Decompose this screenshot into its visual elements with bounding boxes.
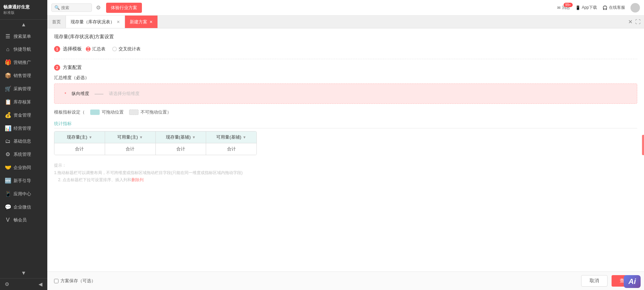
right-scroll-hint <box>642 135 644 155</box>
step1-section: 1 选择模板 汇总表 交叉统计表 <box>54 46 637 52</box>
search-box[interactable]: 🔍 <box>51 3 92 12</box>
sidebar-item-system[interactable]: ⚙ 系统管理 <box>0 148 47 161</box>
sidebar-nav: ☰ 搜索菜单 ⌂ 快捷导航 🎁 营销推广 📦 销售管理 🛒 采购管理 📋 库存核… <box>0 30 47 268</box>
sidebar-scroll-down[interactable]: ▼ <box>0 268 47 278</box>
step2-title: 方案配置 <box>63 65 82 71</box>
body-cell-0: 合计 <box>54 143 105 155</box>
col-available-aux-chevron: ▼ <box>243 135 246 139</box>
tab-inventory-close[interactable]: ✕ <box>117 20 120 24</box>
sidebar-item-label: 企业微信 <box>14 204 31 210</box>
sidebar-item-label: 快捷导航 <box>14 46 31 52</box>
topbar-right: ✉ 消息 99+ 📱 App下载 🎧 在线客服 <box>557 3 640 13</box>
customer-service-btn[interactable]: 🎧 在线客服 <box>602 5 625 10</box>
tab-new-scheme-close[interactable]: ✕ <box>149 20 153 24</box>
dimension-label: 汇总维度（必选） <box>54 75 637 81</box>
tip2-highlight: 删除列 <box>131 177 144 182</box>
wechat-icon: 💬 <box>5 204 11 210</box>
sidebar-item-inventory[interactable]: 📋 库存核算 <box>0 95 47 108</box>
sidebar-item-app-center[interactable]: 📱 应用中心 <box>0 187 47 200</box>
sidebar-item-basic-info[interactable]: 🗂 基础信息 <box>0 135 47 148</box>
dim-field-label: 纵向维度 <box>72 91 89 97</box>
dim-placeholder[interactable]: 请选择分组维度 <box>109 91 140 97</box>
tab-home[interactable]: 首页 <box>47 16 66 28</box>
not-draggable-box <box>129 110 139 115</box>
user-avatar[interactable] <box>630 3 640 13</box>
radio-cross-circle <box>112 47 117 51</box>
stats-table: 现存量(主) ▼ 可用量(主) ▼ 现存量(基辅) ▼ <box>54 131 257 155</box>
radio-summary[interactable]: 汇总表 <box>86 46 105 52</box>
topbar-gear-icon[interactable]: ⚙ <box>95 3 102 12</box>
gift-icon: 🎁 <box>5 59 11 66</box>
ai-badge[interactable]: Ai <box>624 275 641 288</box>
tip1: 1.拖动标题栏可以调整布局，不可跨维度或指标区域拖动栏目字段(只能在同一维度或指… <box>54 169 637 177</box>
search-input[interactable] <box>61 5 88 10</box>
dim-required: * <box>65 91 66 96</box>
sidebar-item-search-menu[interactable]: ☰ 搜索菜单 <box>0 30 47 43</box>
radio-summary-circle <box>86 47 91 51</box>
trial-btn[interactable]: 体验行业方案 <box>106 3 142 13</box>
settings-icon[interactable]: ⚙ <box>5 281 9 287</box>
template-indicator-label: 模板指标设定（ <box>54 109 85 115</box>
body-cell-3: 合计 <box>206 143 256 155</box>
radio-cross[interactable]: 交叉统计表 <box>112 46 141 52</box>
folder-icon: 🗂 <box>5 138 11 144</box>
template-indicator: 模板指标设定（ 可拖动位置 不可拖动位置） <box>54 109 637 115</box>
col-available-aux[interactable]: 可用量(基辅) ▼ <box>206 131 256 143</box>
sidebar-item-finance[interactable]: 💰 资金管理 <box>0 108 47 122</box>
stats-title: 统计指标 <box>54 121 637 128</box>
sidebar-item-marketing[interactable]: 🎁 营销推广 <box>0 56 47 69</box>
sidebar-scroll-up[interactable]: ▲ <box>0 20 47 30</box>
stats-table-header: 现存量(主) ▼ 可用量(主) ▼ 现存量(基辅) ▼ <box>54 131 256 143</box>
cancel-button[interactable]: 取消 <box>581 275 608 287</box>
col-available-main[interactable]: 可用量(主) ▼ <box>105 131 156 143</box>
sidebar-item-purchase[interactable]: 🛒 采购管理 <box>0 82 47 95</box>
dim-dash: —— <box>95 91 103 96</box>
new-icon: 🆕 <box>5 177 11 184</box>
sidebar-item-cooperation[interactable]: 🤝 企业协同 <box>0 161 47 174</box>
save-scheme-checkbox[interactable] <box>54 279 58 283</box>
home-icon: ⌂ <box>5 46 11 52</box>
tab-new-scheme[interactable]: 新建方案 ✕ <box>125 16 158 28</box>
tip2-text: 2. 点击标题栏下拉可设置排序、插入列和 <box>54 177 131 182</box>
step2-num: 2 <box>54 65 60 71</box>
collapse-icon[interactable]: ◀ <box>39 281 43 287</box>
sales-icon: 📦 <box>5 72 11 79</box>
step1-header: 1 选择模板 汇总表 交叉统计表 <box>54 46 637 52</box>
col-current-aux-label: 现存量(基辅) <box>166 134 191 140</box>
sidebar-item-sales[interactable]: 📦 销售管理 <box>0 69 47 82</box>
tab-inventory-status[interactable]: 现存量（库存状况表） ✕ <box>66 16 125 28</box>
sidebar-item-operation[interactable]: 📊 经营管理 <box>0 122 47 135</box>
dimension-box: * 纵向维度 —— 请选择分组维度 <box>54 83 637 104</box>
app-download-btn[interactable]: 📱 App下载 <box>575 5 597 10</box>
sidebar-item-label: 畅会员 <box>14 217 27 223</box>
app-download-icon: 📱 <box>575 5 580 10</box>
sidebar-item-quick-nav[interactable]: ⌂ 快捷导航 <box>0 43 47 56</box>
sidebar-item-label: 应用中心 <box>14 191 31 197</box>
tip2: 2. 点击标题栏下拉可设置排序、插入列和删除列 <box>54 176 637 184</box>
sidebar-item-guide[interactable]: 🆕 新手引导 <box>0 174 47 187</box>
col-current-main[interactable]: 现存量(主) ▼ <box>54 131 105 143</box>
tips-section: 提示： 1.拖动标题栏可以调整布局，不可跨维度或指标区域拖动栏目字段(只能在同一… <box>54 162 637 184</box>
sidebar-item-wechat[interactable]: 💬 企业微信 <box>0 200 47 214</box>
expand-icon[interactable]: ⛶ <box>635 19 641 25</box>
app-download-label: App下载 <box>582 5 597 10</box>
body-cell-1: 合计 <box>105 143 156 155</box>
col-current-aux[interactable]: 现存量(基辅) ▼ <box>156 131 206 143</box>
col-available-main-label: 可用量(主) <box>117 134 138 140</box>
sidebar: 畅康通好生意 标准版 ▲ ☰ 搜索菜单 ⌂ 快捷导航 🎁 营销推广 📦 销售管理… <box>0 0 47 290</box>
template-radio-group: 汇总表 交叉统计表 <box>86 46 141 52</box>
headset-icon: 🎧 <box>602 5 608 10</box>
col-current-main-chevron: ▼ <box>89 135 92 139</box>
finance-icon: 💰 <box>5 112 11 118</box>
close-icon[interactable]: ✕ <box>628 19 633 25</box>
message-btn[interactable]: ✉ 消息 99+ <box>557 5 570 10</box>
bottom-bar: 方案保存（可选） 取消 查询 <box>47 271 644 290</box>
search-menu-icon: ☰ <box>5 33 11 40</box>
sidebar-item-label: 库存核算 <box>14 99 31 105</box>
sidebar-item-label: 销售管理 <box>14 73 31 79</box>
draggable-box <box>90 110 100 115</box>
sidebar-item-label: 企业协同 <box>14 165 31 171</box>
inventory-icon: 📋 <box>5 99 11 105</box>
sidebar-item-vip[interactable]: V 畅会员 <box>0 214 47 226</box>
app-name: 畅康通好生意 <box>3 4 44 10</box>
